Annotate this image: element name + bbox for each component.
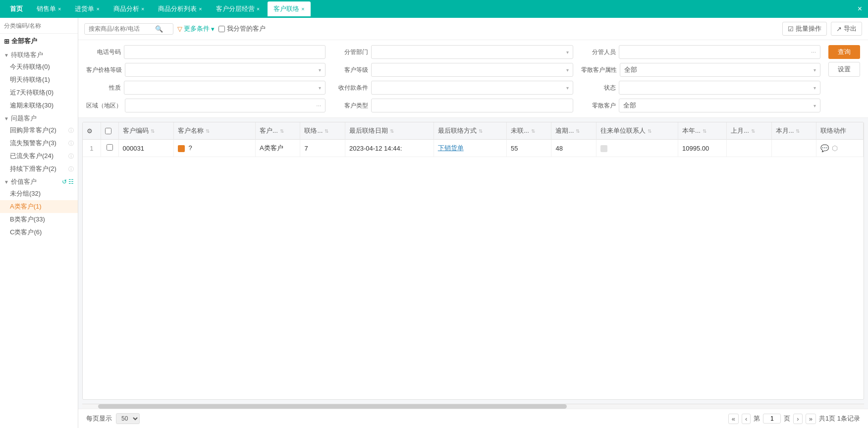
sort-icon[interactable]: ⇅ xyxy=(151,128,155,134)
nav-home[interactable]: 首页 xyxy=(4,1,29,16)
col-level: 客户... ⇅ xyxy=(255,122,300,140)
sidebar-item-class-c[interactable]: C类客户(6) xyxy=(0,226,78,239)
contact-count-cell: 7 xyxy=(300,140,345,157)
sidebar-group-value[interactable]: ▼ 价值客户 ↺ ☷ xyxy=(0,175,78,187)
scrollbar-thumb[interactable] xyxy=(98,404,567,409)
nav-purchase[interactable]: 进货单 × xyxy=(69,1,105,16)
customer-level-select[interactable]: ▾ xyxy=(371,63,573,77)
sidebar-search-input[interactable] xyxy=(4,22,78,29)
first-page-button[interactable]: « xyxy=(728,414,739,424)
edit-icon[interactable]: ☷ xyxy=(68,178,74,185)
close-sales-tab[interactable]: × xyxy=(58,6,61,12)
sort-icon[interactable]: ⇅ xyxy=(280,128,284,134)
sidebar-item-class-a[interactable]: A类客户(1) xyxy=(0,200,78,213)
col-no-contact-label: 未联... xyxy=(511,126,529,135)
sidebar-item-lost-warning[interactable]: 流失预警客户(3) ⓘ xyxy=(0,137,78,150)
sort-icon[interactable]: ⇅ xyxy=(796,128,800,134)
col-this-month: 本月... ⇅ xyxy=(771,122,816,140)
sidebar-item-today[interactable]: 今天待联络(0) xyxy=(0,60,78,73)
nav-customer-contact[interactable]: 客户联络 × xyxy=(268,1,310,16)
region-label: 区域（地区） xyxy=(86,102,122,110)
sort-icon[interactable]: ⇅ xyxy=(390,128,394,134)
sort-icon[interactable]: ⇅ xyxy=(576,128,580,134)
sidebar-all-customers[interactable]: ⊞ 全部客户 xyxy=(0,34,78,49)
sidebar-item-ungrouped[interactable]: 未分组(32) xyxy=(0,187,78,200)
manager-select[interactable]: ··· xyxy=(619,45,820,59)
prev-page-button[interactable]: ‹ xyxy=(742,414,751,424)
batch-ops-button[interactable]: ☑ 批量操作 xyxy=(782,22,827,36)
query-button[interactable]: 查询 xyxy=(828,45,860,59)
sort-icon[interactable]: ⇅ xyxy=(206,128,210,134)
page-size-select[interactable]: 50 xyxy=(116,413,140,424)
close-goods-analysis-list-tab[interactable]: × xyxy=(199,6,202,12)
sidebar-item-overdue[interactable]: 逾期未联络(30) xyxy=(0,99,78,112)
nav-goods-analysis-list[interactable]: 商品分析列表 × xyxy=(152,1,208,16)
sidebar-item-repurchase-abnormal[interactable]: 回购异常客户(2) ⓘ xyxy=(0,124,78,137)
more-filters-button[interactable]: ▽ 更多条件 ▾ xyxy=(177,24,215,33)
customer-type-select[interactable] xyxy=(371,99,573,112)
link-icon[interactable]: ⬡ xyxy=(832,144,838,152)
my-customers-checkbox[interactable] xyxy=(218,26,225,32)
chevron-down-icon: ▾ xyxy=(319,67,321,73)
nav-goods-analysis[interactable]: 商品分析 × xyxy=(108,1,150,16)
filter-manager: 分管人员 ··· xyxy=(581,45,820,59)
sort-icon[interactable]: ⇅ xyxy=(703,128,706,134)
nature-select[interactable]: ▾ xyxy=(124,81,326,95)
close-customer-layer-tab[interactable]: × xyxy=(257,6,260,12)
sort-icon[interactable]: ⇅ xyxy=(751,128,755,134)
sidebar-group-problem[interactable]: ▼ 问题客户 xyxy=(0,112,78,124)
close-goods-analysis-tab[interactable]: × xyxy=(141,6,144,12)
status-select[interactable]: ▾ xyxy=(619,81,820,95)
col-last-contact-method: 最后联络方式 ⇅ xyxy=(434,122,506,140)
sidebar-item-declining[interactable]: 持续下滑客户(2) ⓘ xyxy=(0,162,78,175)
sidebar-item-lost[interactable]: 已流失客户(24) ⓘ xyxy=(0,150,78,162)
sidebar-item-class-b[interactable]: B类客户(33) xyxy=(0,213,78,226)
close-all-tabs[interactable]: × xyxy=(858,4,862,13)
sidebar-item-7days[interactable]: 近7天待联络(0) xyxy=(0,86,78,99)
close-purchase-tab[interactable]: × xyxy=(96,6,99,12)
table-row: 1 000031 ? A类客户 7 2023-04-12 14:44: xyxy=(83,140,864,157)
refresh-icon[interactable]: ↺ xyxy=(62,178,67,185)
region-select[interactable]: ··· xyxy=(125,99,326,112)
sort-icon[interactable]: ⇅ xyxy=(325,128,328,134)
select-all-checkbox[interactable] xyxy=(105,128,111,134)
sort-icon[interactable]: ⇅ xyxy=(648,128,651,134)
dept-select[interactable]: ▾ xyxy=(371,45,573,59)
search-icon[interactable]: 🔍 xyxy=(155,25,163,33)
sort-icon[interactable]: ⇅ xyxy=(479,128,483,134)
row-checkbox[interactable] xyxy=(107,144,113,151)
nav-sales[interactable]: 销售单 × xyxy=(31,1,67,16)
payment-select[interactable]: ▾ xyxy=(371,81,573,95)
settings-column-header[interactable]: ⚙ xyxy=(83,122,101,140)
sidebar-search-box: 🔍 ◀ xyxy=(0,18,78,34)
sidebar-group-pending[interactable]: ▼ 待联络客户 xyxy=(0,49,78,60)
nav-customer-layer[interactable]: 客户分层经营 × xyxy=(210,1,266,16)
info-icon: ⓘ xyxy=(68,127,74,134)
next-page-button[interactable]: › xyxy=(793,414,802,424)
search-input[interactable] xyxy=(89,25,153,32)
message-icon[interactable]: 💬 xyxy=(820,144,829,152)
customer-name-cell: ? xyxy=(173,140,255,157)
retail-attr-select[interactable]: 全部 ▾ xyxy=(620,63,820,77)
col-action: 联络动作 xyxy=(816,122,864,140)
horizontal-scrollbar[interactable] xyxy=(82,404,864,409)
close-customer-contact-tab[interactable]: × xyxy=(301,6,304,12)
customer-name-value[interactable]: ? xyxy=(189,144,192,152)
sidebar-item-tomorrow[interactable]: 明天待联络(1) xyxy=(0,73,78,86)
contact-method-link[interactable]: 下销货单 xyxy=(438,144,464,152)
settings-button[interactable]: 设置 xyxy=(828,62,860,77)
col-code-label: 客户编码 xyxy=(123,126,149,135)
checkbox-column-header[interactable] xyxy=(101,122,118,140)
my-customers-filter[interactable]: 我分管的客户 xyxy=(218,24,266,33)
phone-input[interactable] xyxy=(124,45,326,59)
row-checkbox-cell[interactable] xyxy=(101,140,118,157)
export-button[interactable]: ↗ 导出 xyxy=(831,22,862,36)
col-level-label: 客户... xyxy=(260,126,278,135)
price-level-select[interactable]: ▾ xyxy=(125,63,326,77)
last-contact-method-cell[interactable]: 下销货单 xyxy=(434,140,506,157)
page-number-input[interactable] xyxy=(763,414,781,424)
last-page-button[interactable]: » xyxy=(806,414,816,424)
main-layout: 🔍 ◀ ⊞ 全部客户 ▼ 待联络客户 今天待联络(0) 明天待联络(1) 近7天… xyxy=(0,18,868,428)
retail-customer-select[interactable]: 全部 ▾ xyxy=(619,99,820,112)
sort-icon[interactable]: ⇅ xyxy=(531,128,535,134)
